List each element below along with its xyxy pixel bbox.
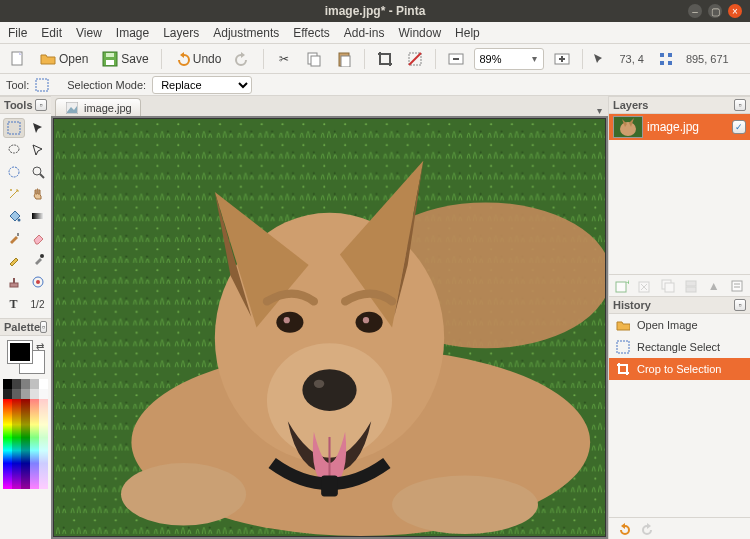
tool-eraser[interactable]: [27, 228, 49, 248]
svg-rect-8: [341, 56, 350, 67]
menu-layers[interactable]: Layers: [163, 26, 199, 40]
swap-colors-icon[interactable]: ⇄: [36, 341, 44, 352]
tool-move[interactable]: [27, 118, 49, 138]
menu-file[interactable]: File: [8, 26, 27, 40]
center-panel: image.jpg ▾: [51, 96, 608, 539]
tools-panel-expander-icon[interactable]: ▫: [35, 99, 47, 111]
close-button[interactable]: ×: [728, 4, 742, 18]
layer-properties-button[interactable]: [729, 278, 744, 294]
tool-magic-wand[interactable]: [3, 184, 25, 204]
menu-window[interactable]: Window: [398, 26, 441, 40]
tool-text[interactable]: T: [3, 294, 25, 314]
history-redo-button[interactable]: [641, 521, 657, 537]
delete-layer-button[interactable]: [638, 278, 653, 294]
svg-rect-70: [665, 283, 674, 292]
menu-image[interactable]: Image: [116, 26, 149, 40]
redo-button[interactable]: [231, 47, 255, 71]
tools-grid: T 1/2: [0, 114, 51, 318]
new-file-icon: [10, 51, 26, 67]
zoom-in-button[interactable]: [550, 47, 574, 71]
palette-panel-expander-icon[interactable]: ▫: [40, 321, 47, 333]
svg-rect-18: [660, 61, 664, 65]
palette-panel-header[interactable]: Palette ▫: [0, 318, 51, 336]
history-item-open[interactable]: Open Image: [609, 314, 750, 336]
history-undo-button[interactable]: [615, 521, 631, 537]
history-label: Open Image: [637, 319, 698, 331]
layers-panel-header[interactable]: Layers ▫: [609, 96, 750, 114]
tool-color-picker[interactable]: [27, 250, 49, 270]
zoom-input[interactable]: [475, 50, 525, 68]
copy-button[interactable]: [302, 47, 326, 71]
history-panel-header[interactable]: History ▫: [609, 296, 750, 314]
cut-button[interactable]: ✂: [272, 47, 296, 71]
svg-point-56: [284, 317, 290, 323]
selection-mode-select[interactable]: Replace: [152, 76, 252, 94]
menu-view[interactable]: View: [76, 26, 102, 40]
svg-line-25: [40, 174, 44, 178]
tool-paintbrush[interactable]: [3, 228, 25, 248]
deselect-button[interactable]: [403, 47, 427, 71]
new-button[interactable]: [6, 47, 30, 71]
history-panel-title: History: [613, 299, 651, 311]
svg-rect-19: [668, 61, 672, 65]
canvas-area[interactable]: [51, 116, 608, 539]
menu-addins[interactable]: Add-ins: [344, 26, 385, 40]
svg-rect-4: [106, 53, 114, 57]
menu-adjustments[interactable]: Adjustments: [213, 26, 279, 40]
tool-zoom[interactable]: [27, 162, 49, 182]
merge-layer-button[interactable]: [683, 278, 698, 294]
svg-rect-31: [10, 283, 18, 287]
history-item-crop[interactable]: Crop to Selection: [609, 358, 750, 380]
tool-gradient[interactable]: [27, 206, 49, 226]
layers-panel-expander-icon[interactable]: ▫: [734, 99, 746, 111]
menu-effects[interactable]: Effects: [293, 26, 329, 40]
paste-button[interactable]: [332, 47, 356, 71]
color-swatch[interactable]: ⇄: [8, 341, 44, 373]
tool-move-selection[interactable]: [27, 140, 49, 160]
tool-pencil[interactable]: [3, 250, 25, 270]
tools-panel-header[interactable]: Tools ▫: [0, 96, 51, 114]
rectangle-select-tool-icon: [35, 78, 49, 92]
tool-rectangle-select[interactable]: [3, 118, 25, 138]
window-title: image.jpg* - Pinta: [325, 4, 426, 18]
tool-shapes[interactable]: 1/2: [27, 294, 49, 314]
tool-clone-stamp[interactable]: [3, 272, 25, 292]
layer-item[interactable]: image.jpg ✓: [609, 114, 750, 140]
svg-point-27: [17, 219, 20, 222]
copy-icon: [306, 51, 322, 67]
history-panel-expander-icon[interactable]: ▫: [734, 299, 746, 311]
tools-panel-title: Tools: [4, 99, 33, 111]
zoom-field-wrap[interactable]: ▾: [474, 48, 544, 70]
layer-up-button[interactable]: ▲: [706, 278, 721, 294]
duplicate-layer-button[interactable]: [661, 278, 676, 294]
history-item-rectangle-select[interactable]: Rectangle Select: [609, 336, 750, 358]
foreground-swatch[interactable]: [8, 341, 32, 363]
zoom-out-button[interactable]: [444, 47, 468, 71]
tool-ellipse-select[interactable]: [3, 162, 25, 182]
crop-button[interactable]: [373, 47, 397, 71]
zoom-dropdown-icon[interactable]: ▾: [525, 53, 543, 64]
undo-button[interactable]: Undo: [170, 47, 226, 71]
tool-paint-bucket[interactable]: [3, 206, 25, 226]
layer-visible-checkbox[interactable]: ✓: [732, 120, 746, 134]
document-tab[interactable]: image.jpg: [55, 98, 141, 116]
document-tabs-dropdown-icon[interactable]: ▾: [597, 105, 602, 116]
palette-colors[interactable]: [3, 379, 48, 489]
layers-list: image.jpg ✓: [609, 114, 750, 274]
save-button[interactable]: Save: [98, 47, 152, 71]
open-button[interactable]: Open: [36, 47, 92, 71]
layers-toolbar: + ▲: [609, 274, 750, 296]
svg-point-61: [620, 122, 636, 136]
menu-edit[interactable]: Edit: [41, 26, 62, 40]
tool-lasso[interactable]: [3, 140, 25, 160]
maximize-button[interactable]: ▢: [708, 4, 722, 18]
minimize-button[interactable]: –: [688, 4, 702, 18]
add-layer-button[interactable]: +: [615, 278, 630, 294]
right-panel: Layers ▫ image.jpg ✓ + ▲ History ▫: [608, 96, 750, 539]
menu-help[interactable]: Help: [455, 26, 480, 40]
canvas-image[interactable]: [53, 118, 606, 537]
tool-recolor[interactable]: [27, 272, 49, 292]
svg-rect-72: [686, 287, 696, 292]
scissors-icon: ✂: [276, 51, 292, 67]
tool-pan[interactable]: [27, 184, 49, 204]
